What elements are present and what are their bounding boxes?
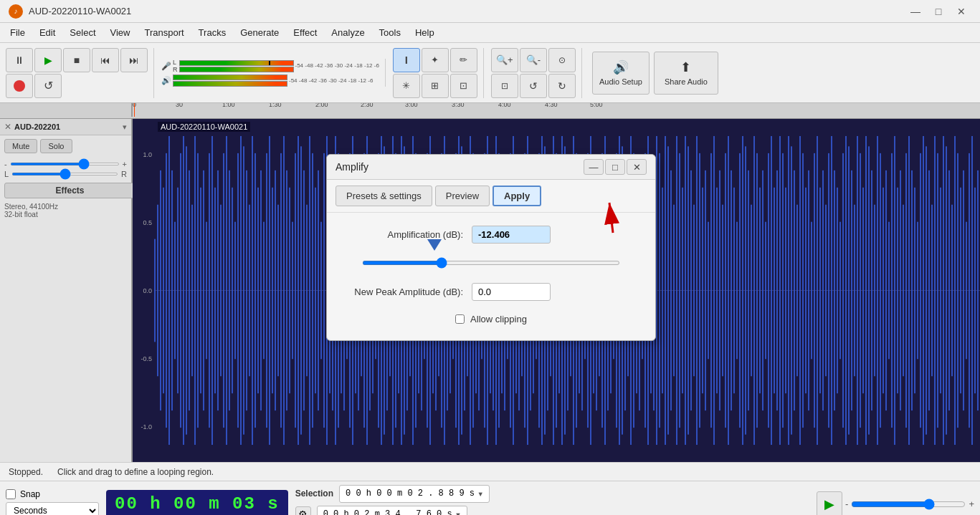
undo-button[interactable]: ↺ (520, 74, 547, 98)
volume-slider[interactable] (851, 499, 966, 510)
menu-view[interactable]: View (103, 24, 138, 41)
svg-rect-40 (266, 153, 267, 428)
svg-rect-57 (315, 188, 316, 393)
svg-rect-56 (312, 153, 313, 428)
dialog-minimize-button[interactable]: — (584, 159, 604, 175)
snap-row: Snap (6, 489, 99, 499)
svg-rect-221 (785, 188, 786, 393)
menu-transport[interactable]: Transport (137, 24, 191, 41)
presets-settings-button[interactable]: Presets & settings (336, 186, 432, 206)
svg-rect-187 (688, 146, 689, 434)
zoom-out-button[interactable]: 🔍- (520, 48, 547, 72)
svg-rect-12 (186, 146, 187, 434)
menu-tracks[interactable]: Tracks (191, 24, 234, 41)
play-green-button[interactable]: ▶ (817, 491, 842, 516)
svg-rect-37 (257, 188, 259, 393)
svg-rect-35 (252, 136, 253, 445)
amplification-input[interactable] (472, 226, 551, 244)
menu-file[interactable]: File (3, 24, 32, 41)
svg-rect-264 (908, 136, 910, 445)
svg-rect-213 (762, 170, 763, 410)
dialog-maximize-button[interactable]: □ (605, 159, 625, 175)
svg-rect-179 (665, 136, 666, 445)
menu-analyze[interactable]: Analyze (324, 24, 371, 41)
menu-select[interactable]: Select (62, 24, 103, 41)
scale-m1: -1.0 (133, 423, 154, 430)
trim-tool-button[interactable]: ⊞ (422, 74, 449, 98)
dialog-close-button[interactable]: ✕ (627, 159, 647, 175)
select-tool-button[interactable]: I (393, 48, 420, 72)
svg-rect-10 (180, 153, 181, 428)
svg-rect-225 (796, 205, 798, 377)
track-close-button[interactable]: ✕ (4, 122, 11, 132)
pan-slider[interactable] (11, 173, 118, 175)
zoom-sel-button[interactable]: ⊡ (491, 74, 518, 98)
svg-rect-190 (696, 136, 698, 445)
zoom-in-button[interactable]: 🔍+ (491, 48, 518, 72)
seconds-select[interactable]: Seconds (6, 502, 99, 516)
scale-m05: -0.5 (133, 355, 154, 362)
svg-rect-214 (765, 222, 766, 360)
skip-end-button[interactable]: ⏭ (120, 48, 148, 72)
status-bar: Stopped. Click and drag to define a loop… (0, 462, 980, 481)
svg-rect-246 (857, 136, 858, 445)
svg-rect-53 (303, 170, 305, 410)
draw-tool-button[interactable]: ✦ (422, 48, 449, 72)
pencil-tool-button[interactable]: ✏ (450, 48, 477, 72)
svg-rect-222 (788, 136, 789, 445)
ruler-mark-130: 1:30 (269, 103, 282, 108)
stop-button[interactable]: ■ (63, 48, 90, 72)
new-peak-input[interactable] (472, 283, 551, 301)
svg-rect-265 (911, 170, 913, 410)
allow-clipping-checkbox[interactable] (455, 314, 465, 324)
mute-button[interactable]: Mute (4, 139, 37, 153)
close-button[interactable]: ✕ (951, 4, 971, 19)
play-button[interactable]: ▶ (34, 48, 62, 72)
track-gain-section: - + L R (0, 157, 131, 181)
apply-button[interactable]: Apply (493, 186, 541, 206)
svg-rect-197 (716, 188, 718, 393)
selection-time1-expand[interactable]: ▾ (477, 488, 483, 500)
menu-generate[interactable]: Generate (233, 24, 286, 41)
svg-rect-237 (831, 136, 832, 445)
pause-button[interactable]: ⏸ (6, 48, 33, 72)
svg-rect-19 (206, 222, 207, 360)
amplification-slider[interactable] (362, 261, 620, 265)
silence-tool-button[interactable]: ⊡ (450, 74, 477, 98)
menu-tools[interactable]: Tools (372, 24, 408, 41)
preview-button[interactable]: Preview (435, 186, 490, 206)
svg-rect-236 (828, 153, 829, 428)
svg-rect-20 (209, 153, 210, 428)
svg-rect-199 (722, 205, 723, 377)
svg-rect-55 (309, 136, 310, 445)
svg-rect-26 (226, 136, 227, 445)
loop-button[interactable]: ↺ (34, 74, 62, 98)
effects-button[interactable]: Effects (4, 183, 135, 198)
menu-effect[interactable]: Effect (286, 24, 324, 41)
track-expand-button[interactable]: ▾ (123, 122, 127, 132)
svg-rect-2 (157, 205, 158, 377)
svg-rect-206 (742, 136, 743, 445)
selection-area: Selection 0 0 h 0 0 m 0 2 . 8 8 9 s ▾ ⚙ … (295, 485, 490, 516)
solo-button[interactable]: Solo (40, 139, 72, 153)
record-button[interactable] (6, 74, 33, 98)
selection-time2-expand[interactable]: ▾ (455, 509, 461, 516)
minimize-button[interactable]: — (905, 4, 926, 19)
audio-setup-button[interactable]: 🔊 Audio Setup (592, 52, 650, 95)
skip-start-button[interactable]: ⏮ (92, 48, 119, 72)
zoom-fit-button[interactable]: ⊙ (548, 48, 576, 72)
multi-tool-button[interactable]: ✳ (393, 74, 420, 98)
redo-button[interactable]: ↻ (548, 74, 576, 98)
amplify-dialog[interactable]: Amplify — □ ✕ Presets & settings Preview… (326, 154, 656, 341)
gain-slider[interactable] (10, 163, 120, 165)
svg-rect-211 (756, 153, 758, 428)
snap-checkbox[interactable] (6, 489, 16, 499)
selection-gear-button[interactable]: ⚙ (295, 506, 311, 515)
menu-help[interactable]: Help (408, 24, 442, 41)
ruler-mark-30: 30 (176, 103, 183, 108)
maximize-button[interactable]: □ (928, 4, 948, 19)
share-audio-button[interactable]: ⬆ Share Audio (654, 52, 718, 95)
svg-rect-248 (862, 188, 864, 393)
menu-edit[interactable]: Edit (32, 24, 62, 41)
svg-rect-245 (854, 205, 855, 377)
